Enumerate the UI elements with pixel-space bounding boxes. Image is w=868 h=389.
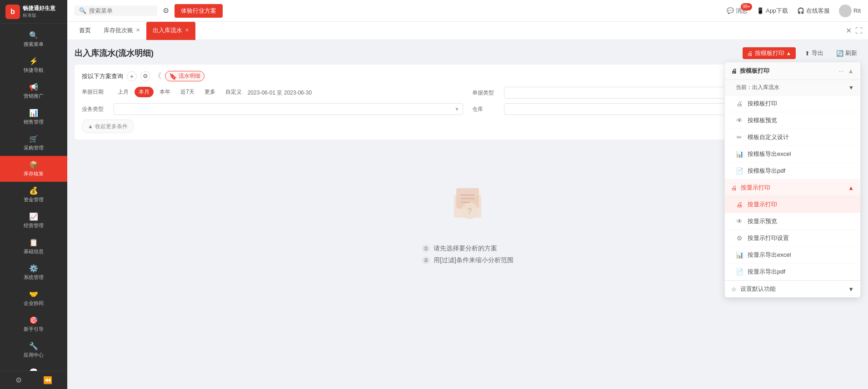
filter-biztype-field: 业务类型 ▼: [82, 103, 463, 115]
dropdown-item-display-preview[interactable]: 👁 按显示预览: [725, 213, 860, 230]
sidebar-item-5[interactable]: 📦库存核算: [0, 156, 67, 182]
filter-biztype-select[interactable]: [114, 103, 463, 115]
print-dropdown-panel: 🖨 按模板打印 ··· ▲ 当前：出入库流水 ▼ 🖨: [724, 62, 861, 298]
dropdown-item-template-print[interactable]: 🖨 按模板打印: [725, 95, 860, 112]
nav-icon-7: 📈: [29, 212, 38, 221]
print-btn[interactable]: 🖨 按模板打印 ▲: [743, 47, 796, 59]
nav-label-0: 搜索菜单: [24, 41, 44, 48]
nav-label-11: 新手引导: [24, 326, 44, 333]
dropdown-item-template-pdf[interactable]: 📄 按模板导出pdf: [725, 163, 860, 180]
printer-icon-dropdown: 🖨: [731, 68, 737, 75]
search-input[interactable]: [89, 7, 153, 14]
dropdown-dots[interactable]: ···: [838, 67, 844, 75]
sidebar-item-4[interactable]: 🛒采购管理: [0, 130, 67, 156]
nav-label-10: 企业协同: [24, 300, 44, 307]
tab-expand-btns: ✕⛶: [846, 26, 863, 35]
tab-1[interactable]: 库存批次账✕: [97, 22, 146, 40]
tab-expand-icon[interactable]: ⛶: [855, 27, 863, 35]
filter-add-btn[interactable]: +: [127, 71, 137, 81]
dropdown-item-display-print[interactable]: 🖨 按显示打印: [725, 196, 860, 213]
industry-btn[interactable]: 体验行业方案: [175, 4, 223, 18]
page-actions: 🖨 按模板打印 ▲ ⬆ 导出 🔄 刷新 🖨: [743, 47, 861, 59]
tab-close-1[interactable]: ✕: [136, 27, 140, 33]
date-btn-7days[interactable]: 近7天: [176, 87, 199, 97]
printer-icon-item: 🖨: [736, 100, 743, 107]
chevron-up-collapse: ▲: [88, 123, 93, 130]
filter-tag[interactable]: 🔖 流水明细: [165, 71, 205, 81]
filter-warehouse-label: 仓库: [472, 105, 499, 113]
empty-tip-1: ① 请先选择要分析的方案: [422, 244, 514, 253]
export-btn[interactable]: ⬆ 导出: [801, 47, 827, 59]
sidebar-item-8[interactable]: 📋基础信息: [0, 234, 67, 259]
filter-date-content: 上月 本月 本年 近7天 更多 自定义 2023-06-01 至 2023-06…: [114, 87, 463, 97]
sidebar-item-11[interactable]: 🎯新手引导: [0, 311, 67, 337]
sidebar-collapse-icon[interactable]: ⏪: [43, 376, 52, 384]
logo-icon: b: [5, 5, 20, 19]
nav-icon-13: 💬: [29, 368, 38, 371]
page-header: 出入库流水(流水明细) 🖨 按模板打印 ▲ ⬆ 导出 🔄 刷新: [75, 47, 861, 59]
sub-header-arrow[interactable]: ▼: [848, 85, 854, 91]
sidebar-item-3[interactable]: 📊销售管理: [0, 104, 67, 130]
sidebar-nav: 🔍搜索菜单⚡快捷导航📢营销推广📊销售管理🛒采购管理📦库存核算💰资金管理📈经营管理…: [0, 24, 67, 371]
topbar: 🔍 ⚙ 体验行业方案 💬 消息 99+ 📱 App下载 🎧 在线客服 Rit: [67, 0, 868, 22]
topbar-right: 💬 消息 99+ 📱 App下载 🎧 在线客服 Rit: [727, 5, 861, 17]
search-icon: 🔍: [79, 7, 86, 14]
tab-label-1: 库存批次账: [104, 26, 133, 35]
sidebar-item-6[interactable]: 💰资金管理: [0, 182, 67, 208]
date-btn-custom[interactable]: 自定义: [221, 87, 246, 97]
tab-2[interactable]: 出入库流水✕: [146, 22, 195, 40]
filter-settings-btn[interactable]: ⚙: [140, 71, 150, 81]
sidebar-item-12[interactable]: 🔧应用中心: [0, 337, 67, 363]
filter-label: 按以下方案查询: [82, 72, 123, 80]
date-btn-this-month[interactable]: 本月: [135, 87, 154, 97]
sidebar-item-7[interactable]: 📈经营管理: [0, 208, 67, 234]
sidebar-item-0[interactable]: 🔍搜索菜单: [0, 26, 67, 52]
chevron-up-icon-dropdown[interactable]: ▲: [848, 67, 854, 75]
dropdown-footer-arrow: ▼: [848, 286, 854, 293]
gear-icon[interactable]: ⚙: [163, 6, 169, 15]
tab-0[interactable]: 首页: [73, 22, 97, 40]
online-service-btn[interactable]: 🎧 在线客服: [797, 7, 830, 15]
sidebar-item-13[interactable]: 💬企业微信: [0, 363, 67, 371]
filter-collapse-right-btn[interactable]: 《: [154, 71, 161, 81]
pdf-icon-item: 📄: [736, 167, 743, 175]
dropdown-section-display[interactable]: 🖨 按显示打印 ▲: [725, 180, 860, 196]
nav-label-5: 库存核算: [24, 170, 44, 177]
filter-date-label: 单据日期: [82, 88, 109, 96]
printer-icon-display: 🖨: [736, 201, 743, 208]
excel-icon-item: 📊: [736, 150, 743, 158]
nav-label-8: 基础信息: [24, 248, 44, 255]
chevron-up-icon: ▲: [786, 50, 791, 56]
sidebar-item-2[interactable]: 📢营销推广: [0, 78, 67, 104]
nav-icon-3: 📊: [29, 109, 38, 117]
dropdown-item-display-settings[interactable]: ⚙ 按显示打印设置: [725, 230, 860, 247]
dropdown-item-display-excel[interactable]: 📊 按显示导出excel: [725, 247, 860, 264]
sidebar-footer: ⚙ ⏪: [0, 371, 67, 389]
dropdown-item-template-design[interactable]: ✏ 模板自定义设计: [725, 129, 860, 146]
date-btn-more[interactable]: 更多: [200, 87, 219, 97]
sidebar-settings-icon[interactable]: ⚙: [15, 376, 22, 384]
date-btn-last-month[interactable]: 上月: [114, 87, 133, 97]
dropdown-item-display-pdf[interactable]: 📄 按显示导出pdf: [725, 264, 860, 280]
username: Rit: [853, 7, 861, 14]
dropdown-item-template-excel[interactable]: 📊 按模板导出excel: [725, 146, 860, 163]
message-btn[interactable]: 💬 消息 99+: [727, 7, 748, 15]
topbar-search-wrapper[interactable]: 🔍: [75, 5, 157, 16]
tab-close-2[interactable]: ✕: [185, 27, 189, 33]
page-title: 出入库流水(流水明细): [75, 48, 154, 59]
sidebar-item-10[interactable]: 🤝企业协同: [0, 285, 67, 311]
refresh-btn[interactable]: 🔄 刷新: [833, 47, 861, 59]
app-download-btn[interactable]: 📱 App下载: [757, 7, 788, 15]
sidebar-item-9[interactable]: ⚙️系统管理: [0, 259, 67, 285]
nav-label-4: 采购管理: [24, 145, 44, 151]
collapse-btn[interactable]: ▲ 收起更多条件: [82, 120, 134, 133]
dropdown-item-template-preview[interactable]: 👁 按模板预览: [725, 112, 860, 129]
user-avatar-btn[interactable]: Rit: [839, 5, 861, 17]
svg-text:?: ?: [467, 207, 472, 216]
empty-tip-2: ② 用[过滤]条件来缩小分析范围: [422, 256, 514, 264]
dropdown-footer[interactable]: ☆ 设置默认功能 ▼: [725, 280, 860, 297]
filter-biztype-select-wrapper: ▼: [114, 103, 463, 115]
date-btn-this-year[interactable]: 本年: [155, 87, 175, 97]
tab-close-window-icon[interactable]: ✕: [846, 26, 852, 35]
sidebar-item-1[interactable]: ⚡快捷导航: [0, 52, 67, 78]
